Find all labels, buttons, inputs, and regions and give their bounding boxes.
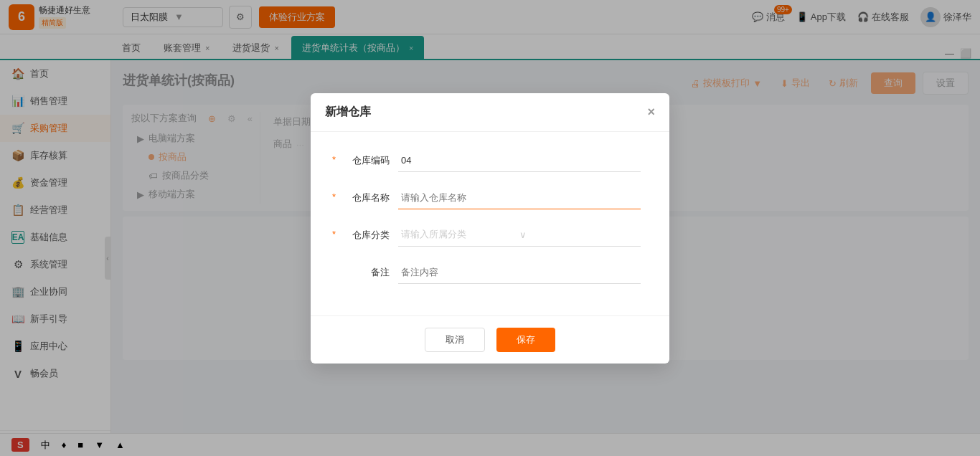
form-row-remark: 备注 (339, 261, 641, 284)
form-row-code: 仓库编码 (339, 149, 641, 172)
form-remark-label: 备注 (339, 266, 390, 279)
modal-close-button[interactable]: × (647, 105, 655, 118)
save-button[interactable]: 保存 (496, 328, 555, 352)
warehouse-category-select[interactable]: 请输入所属分类 ∨ (398, 224, 641, 247)
modal-overlay: 新增仓库 × 仓库编码 仓库名称 仓库分类 请输入所属分类 ∨ (0, 0, 980, 456)
new-warehouse-modal: 新增仓库 × 仓库编码 仓库名称 仓库分类 请输入所属分类 ∨ (311, 93, 669, 364)
form-name-label: 仓库名称 (339, 191, 390, 204)
modal-body: 仓库编码 仓库名称 仓库分类 请输入所属分类 ∨ 备注 (311, 132, 669, 315)
form-code-label: 仓库编码 (339, 154, 390, 167)
warehouse-remark-input[interactable] (398, 261, 641, 284)
warehouse-code-input[interactable] (398, 149, 641, 172)
cancel-button[interactable]: 取消 (425, 328, 485, 352)
modal-footer: 取消 保存 (311, 315, 669, 364)
category-arrow-icon: ∨ (519, 229, 638, 240)
warehouse-category-placeholder: 请输入所属分类 (401, 228, 519, 241)
form-row-name: 仓库名称 (339, 186, 641, 209)
modal-title: 新增仓库 (325, 105, 371, 120)
form-row-category: 仓库分类 请输入所属分类 ∨ (339, 224, 641, 247)
modal-header: 新增仓库 × (311, 93, 669, 132)
form-category-label: 仓库分类 (339, 229, 390, 242)
warehouse-name-input[interactable] (398, 186, 641, 209)
